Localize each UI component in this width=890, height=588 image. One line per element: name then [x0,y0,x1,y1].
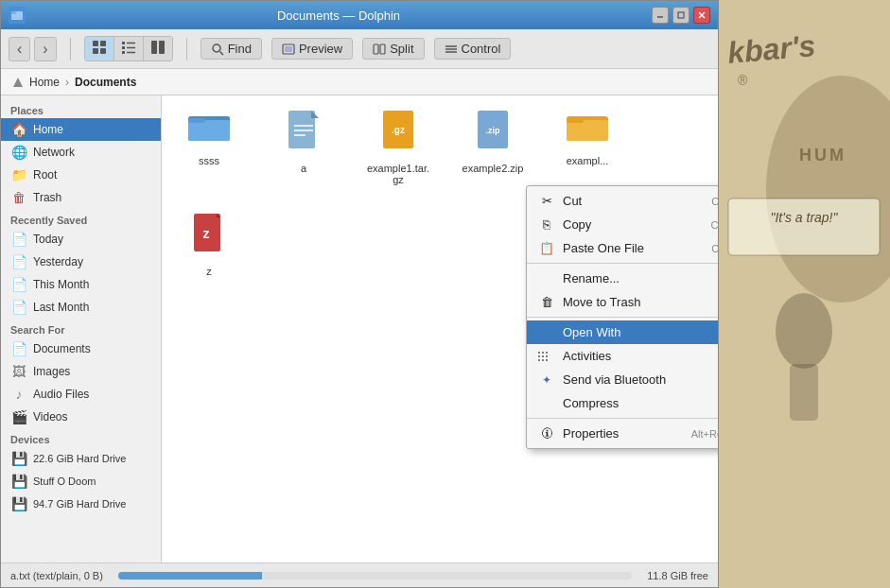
today-icon: 📄 [10,232,27,247]
file-name: a [301,163,306,174]
menu-item-rename[interactable]: Rename... F2 [527,267,718,290]
statusbar-free: 11.8 GiB free [647,570,708,581]
sidebar-item-network[interactable]: 🌐 Network [1,141,161,164]
copy-shortcut: Ctrl+C [711,219,718,231]
breadcrumb-current: Documents [75,76,136,89]
sidebar-label-images: Images [33,365,70,378]
svg-rect-22 [374,44,378,54]
paste-shortcut: Ctrl+V [711,243,718,254]
file-name: example2.zip [462,163,524,174]
dolphin-window: Documents — Dolphin ‹ › [0,0,719,588]
svg-rect-12 [122,46,125,49]
file-name: z [206,266,212,277]
menu-sep-2 [527,317,718,318]
menu-item-properties[interactable]: 🛈 Properties Alt+Return [527,422,718,445]
breadcrumb-sep: › [65,76,69,89]
file-item[interactable]: exampl... [550,105,625,189]
sidebar-label-last-month: Last Month [33,301,89,314]
view-icons-button[interactable] [85,37,114,61]
preview-button[interactable]: Preview [271,38,353,60]
sidebar-item-trash[interactable]: 🗑 Trash [1,186,161,209]
sidebar-label-network: Network [33,146,75,159]
app-icon [9,7,26,24]
sidebar-item-yesterday[interactable]: 📄 Yesterday [1,251,161,273]
menu-item-trash[interactable]: 🗑 Move to Trash Del [527,290,718,314]
svg-rect-16 [151,41,157,54]
menu-item-compress[interactable]: Compress ▶ [527,391,718,415]
paste-label: Paste One File [563,241,704,255]
svg-text:"It's a trap!": "It's a trap!" [771,210,839,225]
properties-icon: 🛈 [538,426,555,441]
sidebar-item-last-month[interactable]: 📄 Last Month [1,296,161,319]
view-details-button[interactable] [114,37,144,61]
toolbar-sep-2 [186,38,187,61]
forward-button[interactable]: › [34,37,56,61]
find-button[interactable]: Find [201,38,262,60]
sidebar-item-doom[interactable]: 💾 Stuff O Doom [1,470,161,493]
file-item[interactable]: a [266,105,341,189]
split-button[interactable]: Split [362,38,424,60]
menu-item-bluetooth[interactable]: ✦ Send via Bluetooth ▶ [527,368,718,391]
sidebar-label-hdd2: 94.7 GiB Hard Drive [33,498,126,510]
window-title: Documents — Dolphin [26,9,652,23]
sidebar-label-root: Root [33,168,57,182]
devices-title: Devices [1,428,161,447]
rename-label: Rename... [563,271,718,285]
sidebar-item-documents[interactable]: 📄 Documents [1,337,161,360]
search-for-title: Search For [1,319,161,337]
file-item[interactable]: z z [171,208,247,281]
sidebar-label-documents: Documents [33,342,91,355]
hdd1-icon: 💾 [10,451,27,466]
file-item[interactable]: ssss [171,105,247,189]
sidebar: Places 🏠 Home 🌐 Network 📁 Root 🗑 Trash R… [1,95,162,562]
menu-item-cut[interactable]: ✂ Cut Ctrl+X [527,189,718,213]
sidebar-item-videos[interactable]: 🎬 Videos [1,406,161,428]
sidebar-label-hdd1: 22.6 GiB Hard Drive [33,453,126,464]
svg-rect-21 [285,46,292,52]
view-mode-buttons [84,36,173,61]
video-icon: 🎬 [10,409,27,424]
svg-line-19 [219,51,223,55]
maximize-button[interactable] [672,7,689,24]
sidebar-item-root[interactable]: 📁 Root [1,164,161,186]
file-item[interactable]: .zip example2.zip [455,105,531,189]
svg-rect-1 [11,11,16,14]
menu-item-activities[interactable]: Activities ▶ [527,344,718,368]
sidebar-item-this-month[interactable]: 📄 This Month [1,273,161,296]
control-button[interactable]: Control [434,38,512,60]
svg-text:.zip: .zip [486,126,501,135]
sidebar-item-home[interactable]: 🏠 Home [1,118,161,141]
control-label: Control [462,42,501,56]
menu-item-copy[interactable]: ⎘ Copy Ctrl+C [527,213,718,236]
sidebar-item-audio[interactable]: ♪ Audio Files [1,383,161,406]
sidebar-item-today[interactable]: 📄 Today [1,228,161,251]
sidebar-item-hdd2[interactable]: 💾 94.7 GiB Hard Drive [1,493,161,515]
right-background: kbar's ® HUM "It's a trap!" [719,0,890,588]
svg-text:®: ® [738,73,748,88]
svg-point-18 [213,44,220,52]
back-button[interactable]: ‹ [9,37,30,61]
toolbar: ‹ › Find Preview Split [1,29,718,69]
breadcrumb-home[interactable]: Home [29,76,60,89]
last-month-icon: 📄 [10,300,27,315]
sidebar-item-hdd1[interactable]: 💾 22.6 GiB Hard Drive [1,447,161,470]
sidebar-label-audio: Audio Files [33,388,89,401]
file-name: example1.tar.gz [364,163,432,185]
folder-icon [188,109,230,151]
view-compact-button[interactable] [144,37,172,61]
sidebar-label-doom: Stuff O Doom [33,476,96,487]
svg-rect-52 [728,199,880,255]
file-partial-icon [287,109,321,159]
cut-label: Cut [563,194,704,208]
svg-rect-10 [122,42,125,44]
menu-item-paste[interactable]: 📋 Paste One File Ctrl+V [527,236,718,260]
svg-rect-42 [567,120,608,141]
menu-item-open-with[interactable]: Open With ▶ K KWrite W LibreOffice Write… [527,320,718,344]
minimize-button[interactable] [652,7,669,24]
svg-rect-14 [122,51,125,54]
file-item[interactable]: .gz example1.tar.gz [360,105,436,189]
close-button[interactable] [693,7,710,24]
copy-icon: ⎘ [538,217,555,232]
sidebar-item-images[interactable]: 🖼 Images [1,360,161,383]
archive-gz-icon: .gz [379,109,417,159]
